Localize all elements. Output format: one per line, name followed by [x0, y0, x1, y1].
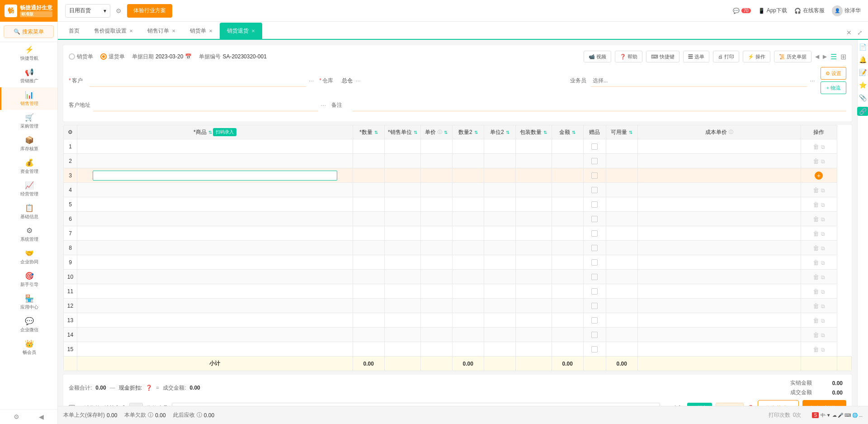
cell-unit2[interactable] — [484, 183, 515, 197]
customer-input[interactable] — [90, 74, 306, 87]
cell-amount[interactable] — [552, 342, 583, 357]
cell-unit[interactable] — [384, 255, 420, 270]
warehouse-dots-icon[interactable]: ··· — [355, 77, 361, 84]
sidebar-item-stock[interactable]: 📦 库存核算 — [0, 133, 57, 155]
cell-available[interactable] — [606, 328, 637, 342]
cell-price[interactable] — [420, 255, 452, 270]
cell-product[interactable] — [77, 270, 353, 284]
tab-close-sales-return[interactable]: ✕ — [251, 29, 255, 33]
cell-available[interactable] — [606, 183, 637, 197]
cell-product[interactable] — [77, 168, 353, 183]
copy-row-button[interactable]: ⧉ — [821, 332, 825, 338]
cell-unit[interactable] — [384, 212, 420, 226]
cell-gift[interactable] — [583, 328, 606, 342]
cell-product[interactable] — [77, 284, 353, 299]
list-view-icon[interactable]: ☰ — [830, 52, 837, 61]
cell-available[interactable] — [606, 154, 637, 168]
cell-unit2[interactable] — [484, 299, 515, 313]
cell-qty[interactable] — [353, 328, 384, 342]
cell-amount[interactable] — [552, 313, 583, 328]
tab-sales-invoice[interactable]: 销货单 ✕ — [183, 23, 220, 39]
cell-product[interactable] — [77, 154, 353, 168]
add-payment-button[interactable]: ＋ 添加 — [687, 403, 712, 406]
cell-price[interactable] — [420, 284, 452, 299]
gift-checkbox[interactable] — [591, 332, 598, 338]
cell-amount[interactable] — [552, 255, 583, 270]
tab-home[interactable]: 首页 — [61, 23, 87, 39]
cell-gift[interactable] — [583, 270, 606, 284]
cell-qty2[interactable] — [452, 197, 484, 212]
gift-checkbox[interactable] — [591, 143, 598, 150]
cell-unit2[interactable] — [484, 226, 515, 241]
note-input[interactable] — [352, 99, 846, 111]
delete-row-button[interactable]: 🗑 — [813, 259, 819, 266]
sort-amount-icon[interactable]: ⇅ — [572, 130, 576, 135]
sidebar-item-enterprise[interactable]: 🤝 企业协同 — [0, 246, 57, 268]
tab-close-sales-order[interactable]: ✕ — [172, 29, 175, 33]
cell-unit[interactable] — [384, 168, 420, 183]
tab-sales-order[interactable]: 销售订单 ✕ — [140, 23, 183, 39]
cell-qty2[interactable] — [452, 183, 484, 197]
cell-qty[interactable] — [353, 212, 384, 226]
sidebar-item-newbie[interactable]: 🎯 新手引导 — [0, 268, 57, 291]
cell-price[interactable] — [420, 342, 452, 357]
cell-amount[interactable] — [552, 168, 583, 183]
cell-qty[interactable] — [353, 168, 384, 183]
cell-pkg-qty[interactable] — [515, 241, 552, 255]
cell-gift[interactable] — [583, 299, 606, 313]
price-info-icon[interactable]: ⓘ — [438, 129, 442, 135]
cell-amount[interactable] — [552, 212, 583, 226]
cell-gift[interactable] — [583, 255, 606, 270]
cell-qty2[interactable] — [452, 270, 484, 284]
gift-checkbox[interactable] — [591, 187, 598, 193]
cell-qty[interactable] — [353, 197, 384, 212]
cell-price[interactable] — [420, 212, 452, 226]
cell-pkg-qty[interactable] — [515, 197, 552, 212]
cell-pkg-qty[interactable] — [515, 299, 552, 313]
settings-button[interactable]: ⚙ 设置 — [821, 67, 846, 80]
cell-gift[interactable] — [583, 168, 606, 183]
cell-qty[interactable] — [353, 139, 384, 154]
cell-unit[interactable] — [384, 226, 420, 241]
cell-product[interactable] — [77, 197, 353, 212]
copy-row-button[interactable]: ⧉ — [821, 245, 825, 252]
fee-split-button[interactable]: 费用分摊 — [716, 403, 744, 406]
account-input[interactable] — [172, 403, 660, 406]
product-input-active[interactable] — [93, 171, 337, 181]
cell-qty2[interactable] — [452, 255, 484, 270]
cell-amount[interactable] — [552, 183, 583, 197]
cell-amount[interactable] — [552, 226, 583, 241]
cell-qty2[interactable] — [452, 328, 484, 342]
gift-checkbox[interactable] — [591, 172, 598, 179]
cell-product[interactable] — [77, 328, 353, 342]
sort-avail-icon[interactable]: ⇅ — [629, 130, 632, 135]
cell-qty[interactable] — [353, 342, 384, 357]
cell-unit2[interactable] — [484, 328, 515, 342]
cell-qty2[interactable] — [452, 342, 484, 357]
cell-qty[interactable] — [353, 313, 384, 328]
cell-price[interactable] — [420, 197, 452, 212]
gift-checkbox[interactable] — [591, 274, 598, 280]
cell-qty[interactable] — [353, 255, 384, 270]
cell-qty[interactable] — [353, 241, 384, 255]
cell-product[interactable] — [77, 313, 353, 328]
cell-price[interactable] — [420, 328, 452, 342]
receivable-info-icon[interactable]: ⓘ — [197, 411, 202, 419]
cell-pkg-qty[interactable] — [515, 139, 552, 154]
save-draft-button[interactable]: 保存草稿 ▾ — [758, 400, 799, 406]
sidebar-item-operation[interactable]: 📈 经营管理 — [0, 178, 57, 200]
copy-row-button[interactable]: ⧉ — [821, 347, 825, 353]
cell-pkg-qty[interactable] — [515, 212, 552, 226]
delete-row-button[interactable]: 🗑 — [813, 143, 819, 150]
cell-gift[interactable] — [583, 139, 606, 154]
cell-available[interactable] — [606, 313, 637, 328]
cell-price[interactable] — [420, 154, 452, 168]
cell-available[interactable] — [606, 270, 637, 284]
sidebar-item-basic[interactable]: 📋 基础信息 — [0, 200, 57, 223]
cell-available[interactable] — [606, 241, 637, 255]
cell-price[interactable] — [420, 168, 452, 183]
video-btn[interactable]: 📹 视频 — [584, 51, 611, 62]
online-service-item[interactable]: 🎧 在线客服 — [794, 7, 825, 14]
cell-unit2[interactable] — [484, 154, 515, 168]
panel-doc-icon[interactable]: 📄 — [859, 43, 867, 51]
